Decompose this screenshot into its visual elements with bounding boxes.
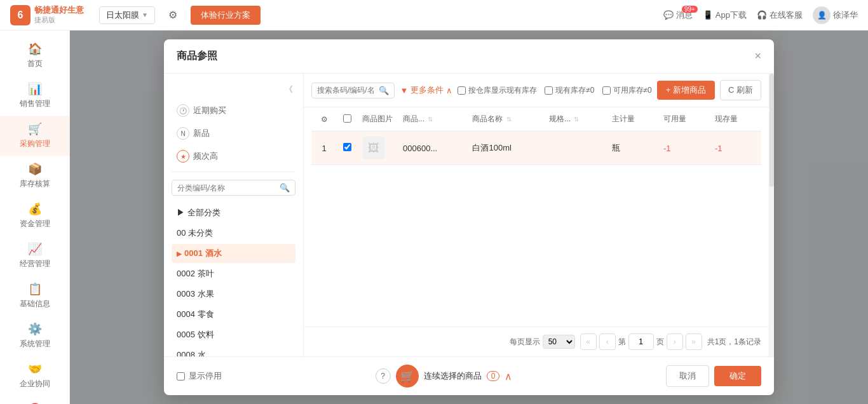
close-icon[interactable]: ×: [754, 50, 761, 63]
app-download-item[interactable]: 📱 App下载: [703, 10, 747, 21]
confirm-button[interactable]: 确定: [714, 366, 761, 386]
cat-0003-label: 0003 水果: [177, 288, 214, 300]
show-disabled-checkbox[interactable]: 显示停用: [177, 370, 222, 382]
sidebar-label-purchase: 采购管理: [20, 138, 50, 149]
last-page-button[interactable]: »: [686, 333, 702, 350]
sidebar-item-inventory[interactable]: 📦 库存核算: [0, 156, 69, 196]
cat-0003[interactable]: 0003 水果: [172, 285, 295, 304]
cart-button[interactable]: 🛒: [396, 365, 419, 387]
cat-0002[interactable]: 0002 茶叶: [172, 264, 295, 283]
cb-available-input[interactable]: [602, 86, 611, 95]
basic-info-icon: 📋: [28, 282, 42, 296]
th-check[interactable]: [337, 107, 357, 131]
username-label: 徐泽华: [833, 10, 858, 21]
cb-warehouse-input[interactable]: [458, 86, 466, 95]
sidebar-item-system[interactable]: ⚙️ 系统管理: [0, 316, 69, 356]
th-name[interactable]: 商品名称 ⇅: [467, 107, 544, 131]
cat-0001-label: 0001 酒水: [184, 248, 222, 259]
cat-0005[interactable]: 0005 饮料: [172, 325, 295, 344]
th-stock-label: 现存量: [715, 114, 738, 123]
row-check[interactable]: [337, 131, 357, 165]
sidebar-label-home: 首页: [27, 58, 43, 69]
sidebar-item-sales[interactable]: 📊 销售管理: [0, 76, 69, 116]
page-navigation: « ‹ 第 页 › »: [580, 333, 702, 350]
sidebar-item-guide[interactable]: 🎯 新手引导: [0, 396, 69, 404]
cat-0008[interactable]: 0008 水: [172, 346, 295, 356]
category-search-input[interactable]: [177, 184, 276, 192]
footer-collapse-icon[interactable]: ∧: [505, 370, 512, 382]
product-search-icon[interactable]: 🔍: [379, 86, 389, 95]
logo: 6 畅捷通好生意 捷易版: [10, 5, 86, 25]
nav-dropdown[interactable]: 日太阳膜 ▼: [99, 6, 155, 24]
frequent-item[interactable]: ★ 频次高: [172, 146, 295, 166]
th-spec[interactable]: 规格... ⇅: [544, 107, 607, 131]
sidebar-item-enterprise[interactable]: 🤝 企业协同: [0, 356, 69, 396]
product-search-input[interactable]: [317, 86, 375, 95]
collapse-button[interactable]: 《: [172, 81, 295, 98]
th-stock: 现存量: [710, 107, 761, 131]
sidebar-label-system: 系统管理: [20, 339, 50, 349]
messages-item[interactable]: 💬 消息 99+: [663, 10, 693, 21]
sidebar-item-home[interactable]: 🏠 首页: [0, 36, 69, 76]
cb-warehouse[interactable]: 按仓库显示现有库存: [458, 85, 537, 96]
gear-icon[interactable]: ⚙: [163, 5, 183, 25]
category-search-box[interactable]: 🔍: [172, 180, 295, 196]
help-icon[interactable]: ?: [376, 368, 391, 384]
footer-center: ? 🛒 连续选择的商品 0 ∧: [376, 365, 513, 387]
cb-existing[interactable]: 现有库存≠0: [545, 85, 594, 96]
scroll-bar[interactable]: [769, 74, 774, 356]
cb-existing-input[interactable]: [545, 86, 553, 95]
table-row[interactable]: 1 🖼 000600... 白酒100ml 瓶: [311, 131, 761, 165]
row-checkbox[interactable]: [343, 143, 351, 151]
th-settings[interactable]: ⚙: [311, 107, 337, 131]
cb-available[interactable]: 可用库存≠0: [602, 85, 652, 96]
experience-button[interactable]: 体验行业方案: [191, 6, 261, 25]
row-code: 000600...: [398, 131, 467, 165]
sidebar-item-operations[interactable]: 📈 经营管理: [0, 236, 69, 276]
user-item[interactable]: 👤 徐泽华: [813, 6, 858, 24]
th-code[interactable]: 商品... ⇅: [398, 107, 467, 131]
th-available: 可用量: [658, 107, 710, 131]
cat-0005-label: 0005 饮料: [177, 329, 214, 340]
refresh-button[interactable]: C 刷新: [720, 80, 761, 100]
page-number-input[interactable]: [628, 333, 654, 350]
sales-icon: 📊: [28, 82, 42, 96]
page-size-dropdown[interactable]: 50 10 20 100: [543, 335, 575, 349]
cat-0001[interactable]: ▶ 0001 酒水: [172, 244, 295, 263]
main-layout: 🏠 首页 📊 销售管理 🛒 采购管理 📦 库存核算 💰 资金管理 📈 经营管理 …: [0, 30, 868, 404]
new-product-item[interactable]: N 新品: [172, 123, 295, 144]
next-page-button[interactable]: ›: [667, 333, 683, 350]
first-page-button[interactable]: «: [580, 333, 597, 350]
search-icon[interactable]: 🔍: [280, 183, 290, 192]
recent-buy-label: 近期购买: [193, 105, 226, 116]
add-product-button[interactable]: + 新增商品: [657, 81, 715, 100]
category-tree: ▶ 全部分类 00 未分类 ▶ 0001 酒水 0002 茶叶: [172, 203, 295, 356]
sidebar-item-basic-info[interactable]: 📋 基础信息: [0, 276, 69, 316]
product-search-box[interactable]: 🔍: [311, 83, 395, 98]
cb-available-label: 可用库存≠0: [613, 85, 652, 96]
message-icon: 💬: [663, 10, 674, 20]
show-disabled-input[interactable]: [177, 372, 185, 380]
th-image: 商品图片: [357, 107, 398, 131]
prev-page-button[interactable]: ‹: [599, 333, 616, 350]
filter-button[interactable]: ▼ 更多条件 ∧: [400, 84, 452, 96]
online-service-item[interactable]: 🎧 在线客服: [757, 10, 803, 21]
clock-icon: 🕐: [177, 104, 189, 117]
scrollbar-thumb[interactable]: [770, 74, 774, 187]
sidebar-item-purchase[interactable]: 🛒 采购管理: [0, 116, 69, 156]
row-unit: 瓶: [607, 131, 658, 165]
modal-footer: 显示停用 ? 🛒 连续选择的商品 0 ∧ 取消 确定: [164, 356, 774, 395]
page-unit: 页: [656, 337, 664, 347]
select-all-checkbox[interactable]: [343, 114, 351, 123]
cat-all[interactable]: ▶ 全部分类: [172, 203, 295, 222]
cat-0004[interactable]: 0004 零食: [172, 305, 295, 324]
cancel-button[interactable]: 取消: [666, 365, 709, 387]
cat-00[interactable]: 00 未分类: [172, 224, 295, 243]
nav-dropdown-label: 日太阳膜: [106, 10, 139, 21]
th-code-label: 商品...: [403, 114, 424, 123]
page-size-select[interactable]: 每页显示 50 10 20 100: [510, 335, 575, 349]
recent-buy-item[interactable]: 🕐 近期购买: [172, 100, 295, 121]
top-navigation: 6 畅捷通好生意 捷易版 日太阳膜 ▼ ⚙ 体验行业方案 💬 消息 99+ 📱 …: [0, 0, 868, 30]
sidebar-item-finance[interactable]: 💰 资金管理: [0, 196, 69, 236]
cat-00-label: 00 未分类: [177, 227, 213, 239]
